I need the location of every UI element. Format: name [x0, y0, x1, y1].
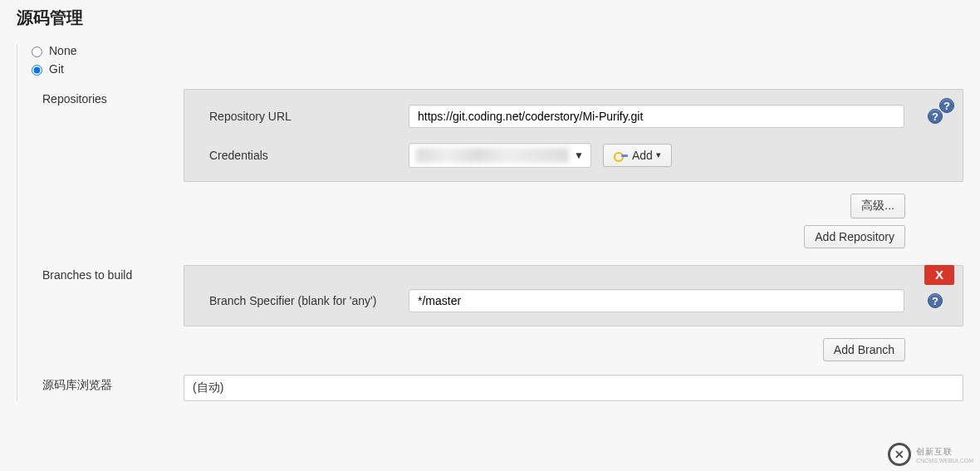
repo-browser-body: (自动) [184, 375, 963, 401]
help-icon[interactable]: ? [928, 109, 943, 124]
repositories-body: ? Repository URL ? Credentials [184, 89, 963, 248]
add-credentials-button[interactable]: Add ▾ [603, 144, 672, 167]
branch-specifier-row: Branch Specifier (blank for 'any') ? [209, 289, 904, 312]
scm-option-git-label: Git [49, 62, 64, 76]
branch-add-row: Add Branch [184, 338, 963, 361]
scm-section: None Git Repositories ? Repository URL ? [17, 44, 963, 401]
chevron-down-icon: ▾ [656, 150, 661, 160]
repositories-label: Repositories [42, 89, 184, 105]
scm-option-git-row: Git [27, 62, 963, 76]
branch-panel: X Branch Specifier (blank for 'any') ? [184, 265, 963, 326]
scm-option-none-label: None [49, 44, 76, 57]
repo-actions-row: 高级... [184, 194, 963, 218]
repo-browser-select[interactable]: (自动) [184, 375, 963, 401]
scm-option-none-row: None [27, 44, 963, 57]
repo-browser-value: (自动) [193, 380, 223, 395]
add-repository-button[interactable]: Add Repository [804, 225, 905, 248]
credentials-row: Credentials ▼ Add ▾ [209, 143, 904, 168]
scm-option-none-radio[interactable] [32, 47, 42, 57]
chevron-down-icon: ▼ [574, 150, 584, 161]
repo-browser-row: 源码库浏览器 (自动) [42, 375, 963, 401]
repositories-row: Repositories ? Repository URL ? Credenti… [42, 89, 963, 252]
credentials-select[interactable]: ▼ [409, 143, 591, 168]
delete-branch-button[interactable]: X [924, 265, 954, 285]
add-branch-label: Add Branch [834, 343, 894, 356]
advanced-button-label: 高级... [861, 199, 894, 213]
add-branch-button[interactable]: Add Branch [823, 338, 905, 361]
help-icon[interactable]: ? [939, 98, 954, 113]
branch-specifier-input[interactable] [409, 289, 904, 312]
repo-url-input[interactable] [409, 105, 904, 128]
branch-specifier-label: Branch Specifier (blank for 'any') [209, 294, 409, 307]
credentials-value-blurred [416, 148, 569, 163]
add-credentials-label: Add [632, 149, 653, 162]
git-config-area: Repositories ? Repository URL ? Credenti… [26, 81, 963, 401]
repo-browser-label: 源码库浏览器 [42, 375, 184, 393]
branches-body: X Branch Specifier (blank for 'any') ? A… [184, 265, 963, 361]
credentials-label: Credentials [209, 149, 409, 162]
repo-url-label: Repository URL [209, 110, 409, 123]
repository-panel: ? Repository URL ? Credentials [184, 89, 963, 182]
add-repository-label: Add Repository [815, 230, 894, 243]
help-icon[interactable]: ? [928, 293, 943, 308]
section-title: 源码管理 [17, 7, 963, 29]
scm-option-git-radio[interactable] [32, 65, 42, 76]
branches-label: Branches to build [42, 265, 184, 282]
key-icon [614, 151, 627, 159]
advanced-button[interactable]: 高级... [850, 194, 905, 218]
branches-row: Branches to build X Branch Specifier (bl… [42, 265, 963, 361]
repo-url-row: Repository URL ? [209, 105, 904, 128]
repo-add-row: Add Repository [184, 225, 963, 248]
